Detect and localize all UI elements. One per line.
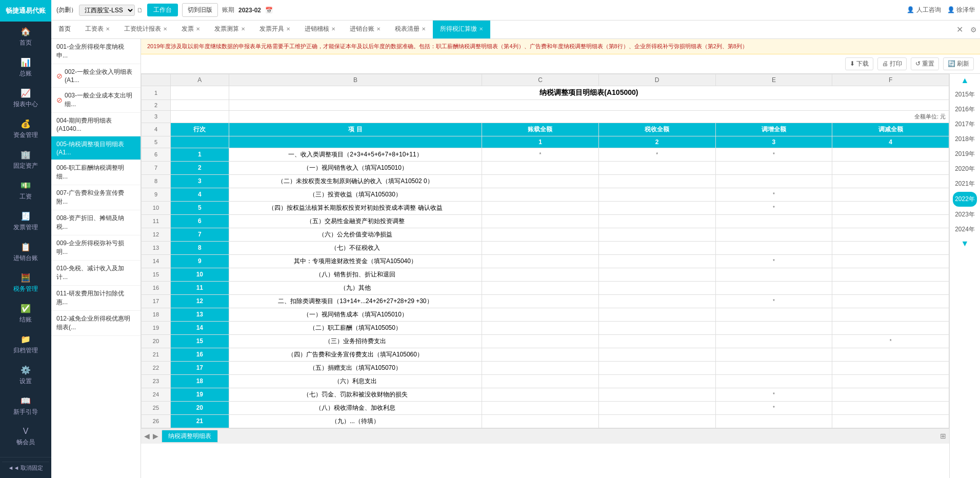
workspace-button[interactable]: 工作台: [147, 4, 178, 16]
cell-r22-c3[interactable]: [598, 361, 715, 374]
cell-r14-c4[interactable]: *: [715, 254, 832, 268]
sidebar-item-guide[interactable]: 📖新手引导: [0, 391, 51, 422]
tab-税表清册[interactable]: 税表清册✕: [388, 21, 433, 38]
calendar-icon[interactable]: 📅: [265, 7, 273, 14]
tab-所得税汇算缴[interactable]: 所得税汇算缴✕: [433, 21, 490, 38]
cell-r11-c2[interactable]: [482, 214, 599, 228]
year-item-2015年[interactable]: 2015年: [951, 87, 979, 102]
tab-进销稽核[interactable]: 进销稽核✕: [297, 21, 343, 38]
cell-r8-c0[interactable]: 3: [170, 174, 229, 188]
sidebar-item-reports[interactable]: 📈报表中心: [0, 83, 51, 114]
cell-r14-c1[interactable]: 其中：专项用途财政性资金（填写A105040）: [229, 254, 482, 268]
cell-r9-c1[interactable]: （三）投资收益（填写A105030）: [229, 188, 482, 201]
cell-r16-c2[interactable]: [482, 281, 599, 294]
year-up[interactable]: ▲: [950, 74, 980, 87]
cell-r9-c2[interactable]: [482, 188, 599, 201]
cell-r15-c4[interactable]: [715, 268, 832, 281]
cell-r23-c1[interactable]: （六）利息支出: [229, 374, 482, 388]
cell-r25-c1[interactable]: （八）税收滞纳金、加收利息: [229, 401, 482, 414]
cell-r24-c5[interactable]: [832, 388, 949, 401]
cell-r7-c5[interactable]: [832, 161, 949, 174]
cell-r19-c1[interactable]: （二）职工薪酬（填写A105050）: [229, 321, 482, 334]
cell-r23-c5[interactable]: [832, 374, 949, 388]
reset-button[interactable]: ↺ 重置: [911, 57, 939, 70]
left-item-009[interactable]: 009-企业所得税弥补亏损明...: [51, 235, 141, 261]
cell-r10-c1[interactable]: （四）按权益法核算长期股权投资对初始投资成本调整 确认收益: [229, 201, 482, 214]
year-item-2019年[interactable]: 2019年: [951, 147, 979, 162]
cell-r7-c3[interactable]: [598, 161, 715, 174]
sidebar-item-invoice[interactable]: 🧾发票管理: [0, 206, 51, 237]
tab-close-icon[interactable]: ✕: [106, 26, 110, 32]
left-item-006[interactable]: 006-职工薪酬纳税调整明细...: [51, 160, 141, 185]
cell-r18-c2[interactable]: [482, 308, 599, 321]
year-item-2017年[interactable]: 2017年: [951, 117, 979, 132]
cell-r15-c5[interactable]: [832, 268, 949, 281]
cell-r19-c3[interactable]: [598, 321, 715, 334]
cell-r21-c5[interactable]: [832, 348, 949, 361]
close-all-tabs[interactable]: ✕: [952, 23, 967, 36]
cell-r25-c4[interactable]: *: [715, 401, 832, 414]
left-item-012[interactable]: 012-减免企业所得税优惠明细表(...: [51, 311, 141, 336]
cell-r26-c5[interactable]: [832, 414, 949, 428]
cell-r19-c2[interactable]: [482, 321, 599, 334]
cell-empty[interactable]: [170, 110, 229, 123]
cell-r20-c3[interactable]: [598, 334, 715, 348]
cell-r9-c3[interactable]: [598, 188, 715, 201]
cell-r17-c2[interactable]: [482, 294, 599, 308]
refresh-button[interactable]: 🔄 刷新: [943, 57, 974, 70]
cell-r25-c5[interactable]: [832, 401, 949, 414]
tab-发票开具[interactable]: 发票开具✕: [252, 21, 297, 38]
switch-old-button[interactable]: 切到旧版: [182, 3, 218, 17]
sheet-area[interactable]: A B C D E F 1纳税调整项目明细表(A105000)23全额单位: 元…: [141, 74, 949, 479]
year-item-2023年[interactable]: 2023年: [951, 207, 979, 222]
cell-r8-c3[interactable]: [598, 174, 715, 188]
sidebar-item-archive[interactable]: 📁归档管理: [0, 329, 51, 360]
tab-发票[interactable]: 发票✕: [174, 21, 207, 38]
tab-工资表[interactable]: 工资表✕: [78, 21, 117, 38]
cell-r16-c1[interactable]: （九）其他: [229, 281, 482, 294]
cell-r7-c0[interactable]: 2: [170, 161, 229, 174]
cell-r11-c4[interactable]: [715, 214, 832, 228]
tab-close-icon[interactable]: ✕: [422, 26, 426, 32]
cell-r8-c5[interactable]: [832, 174, 949, 188]
cell-r18-c0[interactable]: 13: [170, 308, 229, 321]
cell-r24-c0[interactable]: 19: [170, 388, 229, 401]
cell-r12-c3[interactable]: [598, 228, 715, 241]
year-item-2016年[interactable]: 2016年: [951, 102, 979, 117]
sidebar-item-member[interactable]: V畅会员: [0, 422, 51, 452]
left-item-004[interactable]: 004-期间费用明细表(A1040...: [51, 113, 141, 136]
cell-empty[interactable]: [229, 99, 949, 110]
left-item-005[interactable]: 005-纳税调整项目明细表(A1...: [51, 136, 141, 160]
cell-r11-c1[interactable]: （五）交易性金融资产初始投资调整: [229, 214, 482, 228]
cell-r15-c1[interactable]: （八）销售折扣、折让和退回: [229, 268, 482, 281]
cell-r22-c5[interactable]: [832, 361, 949, 374]
cell-r24-c3[interactable]: [598, 388, 715, 401]
sheet-nav-right[interactable]: ▶: [153, 432, 158, 440]
cell-r11-c3[interactable]: [598, 214, 715, 228]
sidebar-item-ledger[interactable]: 📊总账: [0, 52, 51, 83]
cell-r13-c0[interactable]: 8: [170, 241, 229, 254]
cell-r16-c4[interactable]: [715, 281, 832, 294]
cell-r17-c0[interactable]: 12: [170, 294, 229, 308]
sidebar-item-salary[interactable]: 💵工资: [0, 175, 51, 206]
cell-r12-c5[interactable]: [832, 228, 949, 241]
cell-r25-c3[interactable]: [598, 401, 715, 414]
cell-r13-c3[interactable]: [598, 241, 715, 254]
service-link[interactable]: 👤 人工咨询: [907, 6, 941, 14]
cell-r25-c0[interactable]: 20: [170, 401, 229, 414]
cell-r17-c5[interactable]: [832, 294, 949, 308]
cell-r20-c5[interactable]: *: [832, 334, 949, 348]
cell-r16-c5[interactable]: [832, 281, 949, 294]
year-item-2021年[interactable]: 2021年: [951, 176, 979, 191]
cell-r14-c3[interactable]: [598, 254, 715, 268]
print-button[interactable]: 🖨 打印: [877, 57, 907, 70]
cell-r9-c5[interactable]: [832, 188, 949, 201]
tab-close-icon[interactable]: ✕: [163, 26, 167, 32]
cell-r18-c1[interactable]: （一）视同销售成本（填写A105010）: [229, 308, 482, 321]
cell-empty[interactable]: [170, 86, 229, 99]
cell-r20-c2[interactable]: [482, 334, 599, 348]
cell-r25-c2[interactable]: [482, 401, 599, 414]
cell-r20-c1[interactable]: （三）业务招待费支出: [229, 334, 482, 348]
sidebar-item-settle[interactable]: ✅结账: [0, 298, 51, 329]
year-item-2020年[interactable]: 2020年: [951, 162, 979, 176]
